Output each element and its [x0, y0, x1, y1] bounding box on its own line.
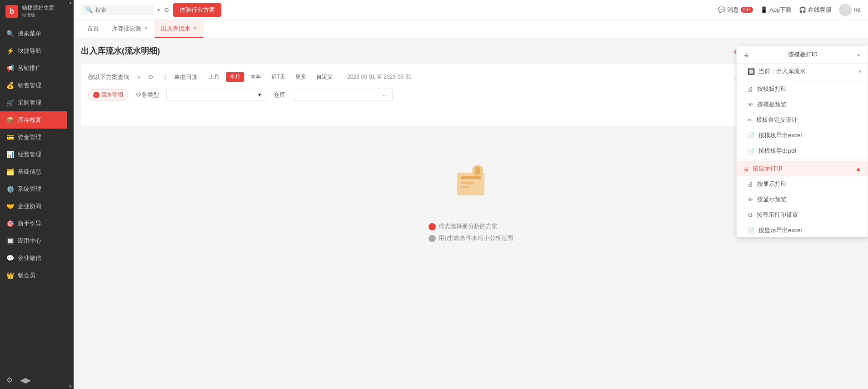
- warehouse-select[interactable]: ···: [293, 89, 393, 101]
- user-avatar-btn[interactable]: Rit: [839, 4, 861, 16]
- sidebar-icon-vip: 👑: [6, 272, 14, 279]
- icon-template_custom: ✏: [748, 117, 753, 124]
- tab-flowdetail[interactable]: 出入库流水 ✕: [155, 20, 204, 38]
- filter-settings-icon[interactable]: ⚙: [148, 74, 154, 80]
- icon-display_preview: 👁: [748, 196, 753, 203]
- sidebar-label-marketing: 营销推广: [18, 64, 41, 72]
- sidebar-item-wecom[interactable]: 💬企业微信: [0, 249, 67, 267]
- sidebar-item-collab[interactable]: 🤝企业协同: [0, 198, 67, 215]
- icon-display_print_settings: ⚙: [748, 212, 753, 219]
- date-label: 单据日期: [174, 73, 198, 81]
- icon-template_export_excel: 📄: [748, 132, 755, 139]
- icon-display_print: 🖨: [748, 181, 753, 188]
- dropdown-section1: 🖨按模板打印👁按模板预览✏模板自定义设计📄按模板导出excel📄按模板导出pdf: [737, 81, 868, 159]
- dropdown-item-display_export_excel[interactable]: 📄按显示导出excel: [737, 223, 868, 237]
- online-service-btn[interactable]: 🎧 在线客服: [799, 6, 832, 14]
- app-download-btn[interactable]: 📱 App下载: [760, 6, 792, 14]
- business-type-label: 业务类型: [135, 91, 159, 99]
- dropdown-item-display_print_settings[interactable]: ⚙按显示打印设置: [737, 207, 868, 223]
- filter-collapse-icon[interactable]: 《: [161, 73, 167, 81]
- dropdown-item-template_preview[interactable]: 👁按模板预览: [737, 97, 868, 112]
- scroll-down-btn[interactable]: ▼: [68, 384, 73, 389]
- sidebar-item-operation[interactable]: 📊经营管理: [0, 146, 67, 163]
- logo-name: 畅捷通好生意: [22, 5, 55, 12]
- sidebar-item-purchase[interactable]: 🛒采购管理: [0, 94, 67, 111]
- sidebar-item-search[interactable]: 🔍搜索菜单: [0, 25, 67, 42]
- label-display_print_settings: 按显示打印设置: [757, 211, 798, 219]
- user-avatar: [839, 4, 852, 16]
- sidebar-label-collab: 企业协同: [18, 202, 41, 210]
- date-option-本年[interactable]: 本年: [247, 72, 265, 82]
- dropdown-scroll: 🖨 按模板打印 ▲ 🔲 当前：出入库流水 ▾ 🖨按模板打印👁按模板预览✏模板自定…: [737, 46, 868, 237]
- warehouse-more-icon: ···: [383, 91, 388, 98]
- sidebar-icon-quicknav: ⚡: [6, 47, 14, 55]
- tab-close-batchaccount[interactable]: ✕: [144, 25, 148, 31]
- business-type-chevron-icon: ▾: [258, 91, 261, 98]
- date-option-近7天[interactable]: 近7天: [268, 72, 289, 82]
- svg-rect-5: [475, 167, 480, 174]
- message-badge: 99+: [741, 7, 753, 13]
- search-box[interactable]: 🔍: [81, 5, 154, 15]
- sidebar-label-sales: 销售管理: [18, 81, 41, 90]
- date-option-自定义[interactable]: 自定义: [313, 72, 336, 82]
- sidebar-item-quicknav[interactable]: ⚡快捷导航: [0, 42, 67, 60]
- sidebar-item-appcenter[interactable]: 🔲应用中心: [0, 232, 67, 249]
- sidebar-label-appcenter: 应用中心: [18, 237, 41, 245]
- sidebar-item-finance[interactable]: 💳资金管理: [0, 129, 67, 146]
- sidebar-item-system[interactable]: ⚙️系统管理: [0, 180, 67, 198]
- scroll-up-btn[interactable]: ▲: [68, 0, 73, 5]
- message-btn[interactable]: 💬 消息 99+: [718, 6, 753, 14]
- filter-tag-icon: ○: [93, 92, 100, 98]
- collapse-icon[interactable]: ◀▶: [20, 376, 31, 384]
- sidebar-label-basic: 基础信息: [18, 168, 41, 176]
- sidebar-label-quicknav: 快捷导航: [18, 47, 41, 55]
- tab-label-flowdetail: 出入库流水: [161, 25, 190, 33]
- dropdown-item-template_print[interactable]: 🖨按模板打印: [737, 81, 868, 97]
- search-input[interactable]: [95, 7, 141, 13]
- sidebar-item-vip[interactable]: 👑畅会员: [0, 267, 67, 284]
- topbar-gear-icon[interactable]: ⚙: [164, 6, 170, 14]
- dropdown-item-template_custom[interactable]: ✏模板自定义设计: [737, 112, 868, 128]
- dropdown-header-chevron[interactable]: ▲: [856, 52, 861, 57]
- app-download-label: App下载: [769, 6, 792, 14]
- warehouse-label: 仓库: [274, 91, 285, 99]
- svg-rect-0: [457, 173, 484, 195]
- tab-home[interactable]: 首页: [81, 20, 105, 38]
- filter-section-label: 按以下方案查询: [88, 73, 130, 81]
- filter-tag[interactable]: ○ 流水明细: [88, 89, 128, 100]
- current-chevron-icon: ▾: [858, 69, 861, 75]
- logo-badge: 标准版: [22, 12, 55, 18]
- sidebar-bottom: ⚙ ◀▶: [0, 371, 67, 389]
- dropdown-item-template_export_pdf[interactable]: 📄按模板导出pdf: [737, 143, 868, 159]
- sidebar-item-guide[interactable]: 🎯新手引导: [0, 215, 67, 232]
- settings-icon[interactable]: ⚙: [6, 376, 13, 384]
- divider-1: [737, 80, 868, 80]
- dropdown-section2: 🖨按显示打印👁按显示预览⚙按显示打印设置📄按显示导出excel📄按显示导出pdf: [737, 176, 868, 237]
- sidebar-icon-appcenter: 🔲: [6, 237, 14, 244]
- sidebar-item-basic[interactable]: 🗂️基础信息: [0, 163, 67, 180]
- dropdown-item-display_print[interactable]: 🖨按显示打印: [737, 176, 868, 192]
- sidebar-item-inventory[interactable]: 📦库存核算: [0, 111, 67, 129]
- search-chevron-icon[interactable]: ▾: [157, 7, 160, 13]
- sidebar-item-marketing[interactable]: 📢营销推广: [0, 60, 67, 77]
- industry-btn[interactable]: 体验行业方案: [173, 3, 221, 17]
- dropdown-item-template_export_excel[interactable]: 📄按模板导出excel: [737, 128, 868, 143]
- dropdown-item-display_preview[interactable]: 👁按显示预览: [737, 192, 868, 207]
- filter-add-btn[interactable]: +: [137, 73, 141, 81]
- tab-close-flowdetail[interactable]: ✕: [193, 25, 197, 31]
- date-option-上月[interactable]: 上月: [205, 72, 223, 82]
- dropdown-section2-header[interactable]: 🖨 按显示打印 ▲: [737, 161, 868, 176]
- sidebar-label-system: 系统管理: [18, 185, 41, 193]
- tab-batchaccount[interactable]: 库存批次账 ✕: [105, 20, 155, 38]
- date-option-更多[interactable]: 更多: [292, 72, 310, 82]
- topbar: 🔍 ▾ ⚙ 体验行业方案 💬 消息 99+ 📱 App下载 🎧 在线客服: [74, 0, 868, 20]
- sidebar-icon-operation: 📊: [6, 151, 14, 158]
- sidebar-item-sales[interactable]: 💰销售管理: [0, 77, 67, 94]
- logo-icon: b: [5, 5, 18, 18]
- sidebar-label-finance: 资金管理: [18, 133, 41, 141]
- dropdown-header-label: 按模板打印: [788, 50, 818, 59]
- date-option-本月[interactable]: 本月: [226, 72, 244, 82]
- dropdown-current-item[interactable]: 🔲 当前：出入库流水 ▾: [737, 64, 868, 79]
- message-icon: 💬: [718, 6, 725, 13]
- business-type-select[interactable]: ▾: [166, 89, 266, 101]
